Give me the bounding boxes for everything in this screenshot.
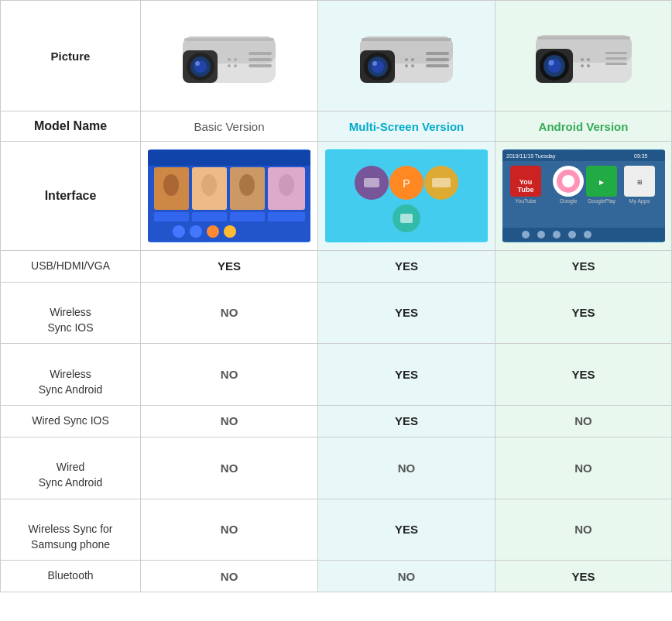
svg-rect-40 — [605, 63, 627, 65]
svg-rect-51 — [154, 212, 189, 221]
interface-row: Interface — [1, 142, 672, 251]
model-name-label-text: Model Name — [34, 119, 107, 132]
picture-label-text: Picture — [51, 50, 91, 63]
svg-text:Tube: Tube — [517, 186, 533, 194]
usb-basic-value: YES — [218, 259, 241, 273]
svg-point-91 — [522, 231, 530, 238]
svg-point-44 — [587, 64, 590, 67]
wandroid-basic-value: NO — [221, 368, 238, 381]
wiredios-multi-value: YES — [395, 414, 418, 427]
svg-point-29 — [411, 64, 414, 67]
interface-basic-img — [148, 149, 310, 242]
svg-point-14 — [234, 64, 237, 67]
samsung-multi-value: YES — [395, 523, 418, 536]
samsung-basic: NO — [141, 499, 318, 561]
usb-multi-value: YES — [395, 259, 418, 273]
svg-point-81 — [562, 175, 574, 187]
svg-rect-9 — [249, 58, 272, 61]
svg-rect-38 — [605, 52, 627, 54]
svg-rect-69 — [432, 178, 451, 187]
model-multi-cell: Multi-Screen Version — [318, 112, 495, 142]
svg-rect-22 — [362, 38, 451, 41]
bluetooth-multi-value: NO — [398, 570, 416, 583]
wios-basic-value: NO — [221, 306, 238, 319]
wios-android: YES — [495, 282, 672, 344]
svg-rect-46 — [148, 150, 310, 166]
svg-text:⊞: ⊞ — [636, 179, 642, 186]
wiredios-multi: YES — [318, 406, 495, 437]
wios-basic: NO — [141, 282, 318, 344]
model-basic-cell: Basic Version — [141, 112, 318, 142]
samsung-android-value: NO — [574, 523, 592, 536]
svg-rect-24 — [426, 58, 449, 61]
svg-rect-23 — [426, 52, 449, 55]
wiredandroid-label: Wired Sync Android — [1, 437, 141, 499]
wandroid-android-value: YES — [571, 368, 595, 381]
svg-rect-52 — [192, 212, 227, 221]
bluetooth-basic: NO — [141, 561, 318, 592]
samsung-label: Wireless Sync for Samsung phone — [1, 499, 141, 561]
svg-point-13 — [228, 64, 231, 67]
projector-basic — [147, 13, 311, 98]
wiredios-android-value: NO — [574, 414, 592, 427]
svg-text:My Apps: My Apps — [629, 198, 650, 204]
wiredios-basic: NO — [141, 406, 318, 437]
svg-point-94 — [568, 231, 576, 238]
svg-point-36 — [548, 60, 554, 66]
interface-multi-svg: P — [325, 150, 488, 242]
svg-point-58 — [224, 225, 236, 238]
svg-point-55 — [173, 225, 185, 238]
samsung-label-text: Wireless Sync for Samsung phone — [29, 523, 113, 551]
picture-label: Picture — [1, 1, 141, 112]
svg-point-28 — [405, 64, 408, 67]
svg-text:09:35: 09:35 — [634, 153, 648, 159]
model-android-text: Android Version — [539, 120, 629, 133]
bluetooth-row: Bluetooth NO NO YES — [1, 561, 672, 592]
svg-text:YouTube: YouTube — [515, 198, 537, 204]
usb-multi: YES — [318, 251, 495, 283]
bluetooth-basic-value: NO — [221, 570, 238, 583]
svg-text:Google: Google — [559, 198, 577, 204]
wios-multi: YES — [318, 282, 495, 344]
wandroid-basic: NO — [141, 344, 318, 406]
projector-android-svg — [522, 13, 646, 98]
interface-label: Interface — [1, 142, 141, 251]
svg-point-92 — [537, 231, 545, 238]
samsung-android: NO — [495, 499, 672, 561]
wiredandroid-multi: NO — [318, 437, 495, 499]
model-name-row: Model Name Basic Version Multi-Screen Ve… — [1, 112, 672, 142]
svg-text:GooglePlay: GooglePlay — [587, 198, 615, 204]
wandroid-label-text: Wireless Sync Android — [39, 368, 103, 396]
wiredandroid-basic: NO — [141, 437, 318, 499]
svg-rect-53 — [230, 212, 265, 221]
svg-text:P: P — [403, 177, 410, 190]
model-android-cell: Android Version — [495, 112, 672, 142]
picture-android — [495, 1, 672, 112]
svg-point-57 — [207, 225, 219, 238]
usb-android: YES — [495, 251, 672, 283]
svg-rect-7 — [184, 38, 274, 41]
interface-basic-svg — [148, 150, 310, 242]
svg-point-62 — [279, 174, 294, 196]
svg-point-26 — [405, 58, 408, 61]
svg-point-11 — [228, 58, 231, 61]
svg-rect-37 — [537, 36, 630, 39]
svg-rect-71 — [400, 214, 413, 223]
projector-multi-svg — [345, 13, 468, 98]
svg-point-12 — [234, 58, 237, 61]
interface-android-img: 2019/11/19 Tuesday 09:35 You Tube ▶ ⊞ — [502, 149, 665, 242]
svg-text:▶: ▶ — [599, 179, 605, 186]
bluetooth-android-value: YES — [571, 570, 595, 583]
svg-point-6 — [195, 61, 200, 66]
projector-multi — [324, 13, 489, 98]
samsung-multi: YES — [318, 499, 495, 561]
model-name-label: Model Name — [1, 112, 141, 142]
wandroid-label: Wireless Sync Android — [1, 344, 141, 406]
svg-rect-39 — [605, 57, 627, 60]
svg-point-95 — [584, 231, 591, 238]
wios-label: Wireless Sync IOS — [1, 282, 141, 344]
wiredios-android: NO — [495, 406, 672, 437]
projector-android — [502, 13, 665, 98]
picture-row: Picture — [1, 1, 672, 112]
model-multi-text: Multi-Screen Version — [349, 120, 464, 133]
